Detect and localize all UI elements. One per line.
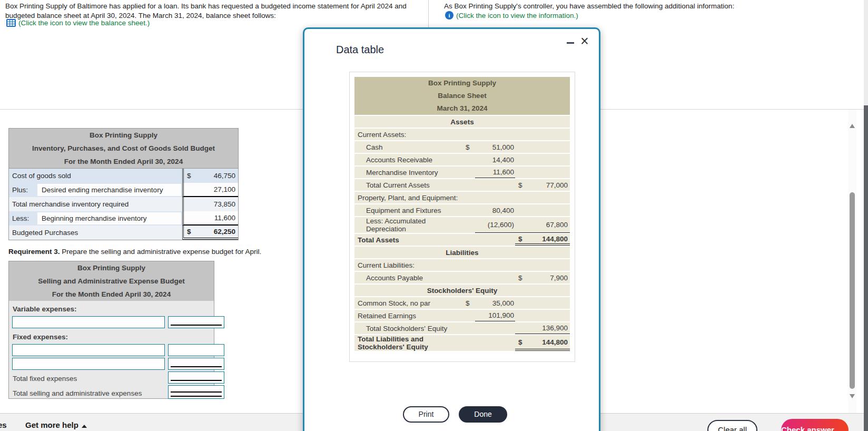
table-row: Budgeted Purchases$62,250: [9, 226, 238, 240]
amount-value: [529, 204, 570, 216]
balance-sheet-panel: Box Printing Supply Balance Sheet March …: [349, 72, 575, 362]
row-label: Equipment and Fixtures: [354, 204, 466, 216]
check-answer-button[interactable]: Check answer: [781, 419, 849, 431]
row-label: Merchandise Inventory: [354, 166, 466, 178]
dollar-sign: [515, 166, 529, 178]
amount-value: [475, 192, 515, 203]
amount-value: 62,250: [191, 228, 235, 236]
balance-sheet-row: Stockholders' Equity: [354, 285, 570, 296]
inventory-budget-table: Box Printing Supply Inventory, Purchases…: [8, 128, 239, 240]
fixed-expense-description-input-2[interactable]: [12, 358, 165, 370]
row-label: Total Stockholders' Equity: [354, 322, 466, 334]
amount-field[interactable]: [169, 372, 224, 383]
balance-sheet-row: Current Liabilities:: [354, 259, 570, 271]
amount-value: 101,900: [475, 310, 515, 321]
print-button[interactable]: Print: [403, 406, 449, 423]
dollar-sign: $: [187, 172, 191, 180]
balance-sheet-row: Cash$51,000: [354, 141, 570, 153]
modal-title: Data table: [336, 44, 384, 56]
get-more-help-button[interactable]: Get more help: [25, 420, 87, 429]
clear-all-button[interactable]: Clear all: [707, 420, 757, 431]
scroll-up-icon[interactable]: [850, 124, 855, 128]
dollar-sign: [515, 310, 529, 321]
amount-value: 144,800: [529, 335, 570, 351]
window-scrollbar[interactable]: [864, 0, 868, 431]
balance-sheet-link-row: (Click the icon to view the balance shee…: [6, 19, 150, 27]
fixed-expense-description-input-1[interactable]: [12, 344, 165, 356]
balance-sheet-row: Total Stockholders' Equity136,900: [354, 322, 570, 334]
row-label: Current Assets:: [354, 129, 466, 140]
info-link[interactable]: (Click the icon to view the information.…: [456, 12, 578, 19]
row-label: Less:Beginning merchandise inventory: [9, 211, 182, 226]
dollar-sign: [515, 129, 529, 140]
fixed-expenses-label: Fixed expenses:: [13, 333, 68, 341]
row-label: Accounts Payable: [354, 272, 466, 283]
balance-sheet-row: Accounts Payable$7,900: [354, 272, 570, 283]
sa-budget-body: Variable expenses: Fixed expenses: Total…: [8, 301, 214, 399]
amount-value: [475, 272, 515, 283]
balance-sheet-row: Common Stock, no par$35,000: [354, 297, 570, 309]
dollar-sign: [466, 259, 475, 271]
amount-value: 11,600: [187, 214, 235, 222]
dollar-sign: [466, 179, 475, 191]
dollar-sign: $: [466, 297, 475, 309]
content-scrollbar[interactable]: [848, 110, 856, 413]
amount-field[interactable]: [169, 317, 224, 328]
info-icon[interactable]: i: [445, 11, 453, 19]
window-scrollbar-thumb[interactable]: [864, 105, 868, 431]
section-header: Assets: [354, 116, 570, 128]
row-description: Cost of goods sold: [12, 172, 71, 180]
dollar-sign: [515, 204, 529, 216]
dollar-sign: [515, 217, 529, 233]
amount-value: [529, 297, 570, 309]
balance-sheet-row: Current Assets:: [354, 129, 570, 140]
dollar-sign: [466, 322, 475, 334]
minimize-icon[interactable]: [566, 41, 575, 49]
data-table-modal: Data table × Box Printing Supply Balance…: [303, 27, 600, 431]
get-more-help-label: Get more help: [25, 420, 78, 429]
fixed-expense-amount-input-1: [168, 344, 224, 356]
row-label: Total merchandise inventory required: [9, 197, 182, 211]
section-header: Stockholders' Equity: [354, 285, 570, 296]
dollar-sign: [466, 204, 475, 216]
amount-field[interactable]: [169, 358, 224, 369]
amount-value: [475, 129, 515, 140]
amount-value: [475, 335, 515, 351]
row-description: Budgeted Purchases: [12, 229, 78, 237]
dollar-sign: $: [515, 335, 529, 351]
dollar-sign: [515, 297, 529, 309]
amount-value: 67,800: [529, 217, 570, 233]
amount-value: [475, 179, 515, 191]
amount-value: [475, 259, 515, 271]
scroll-down-icon[interactable]: [850, 394, 855, 398]
table-title: Box Printing Supply: [9, 261, 214, 275]
balance-sheet-link[interactable]: (Click the icon to view the balance shee…: [18, 19, 150, 27]
amount-value: (12,600): [475, 217, 515, 233]
amount-value: 77,000: [529, 179, 570, 191]
table-icon[interactable]: [6, 19, 16, 27]
row-label: Less: Accumulated Depreciation: [354, 217, 466, 233]
total-fixed-expenses-input: [168, 371, 224, 384]
section-header: Liabilities: [354, 247, 570, 258]
row-label: Accounts Receivable: [354, 154, 466, 165]
amount-value: [529, 192, 570, 203]
table-subtitle: Inventory, Purchases, and Cost of Goods …: [9, 142, 238, 155]
dollar-sign: $: [466, 141, 475, 153]
amount-value: 14,400: [475, 154, 515, 165]
inventory-budget-header: Box Printing Supply Inventory, Purchases…: [8, 128, 239, 168]
done-button[interactable]: Done: [459, 406, 507, 423]
scrollbar-thumb[interactable]: [850, 192, 855, 389]
dollar-sign: [515, 259, 529, 271]
close-icon[interactable]: ×: [580, 34, 589, 48]
balance-sheet-row: Retained Earnings101,900: [354, 310, 570, 321]
dollar-sign: [466, 335, 475, 351]
total-fixed-expenses-label: Total fixed expenses: [13, 375, 77, 383]
amount-value: 35,000: [475, 297, 515, 309]
variable-expense-description-input[interactable]: [12, 316, 165, 328]
row-amount-cell: 73,850: [182, 197, 238, 211]
amount-field[interactable]: [169, 386, 224, 398]
total-sa-expenses-input: [168, 385, 224, 399]
balance-sheet-row: Equipment and Fixtures80,400: [354, 204, 570, 216]
amount-field[interactable]: [169, 345, 224, 356]
info-link-row: i (Click the icon to view the informatio…: [445, 11, 578, 19]
